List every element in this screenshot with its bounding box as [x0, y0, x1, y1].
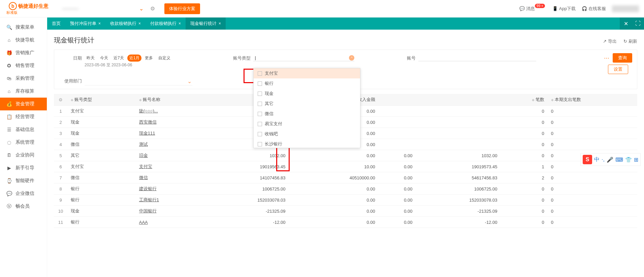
tab[interactable]: 预付冲应付单×	[65, 18, 105, 30]
dropdown-option[interactable]: 收钱吧	[254, 129, 360, 139]
ime-grid-icon[interactable]: ⊞	[634, 157, 638, 163]
sidebar-item-search-menu[interactable]: 🔍搜索菜单	[0, 21, 47, 34]
gear-icon[interactable]: ⚙	[150, 5, 155, 12]
checkbox[interactable]	[258, 142, 262, 146]
account-name-link[interactable]: 中国银行	[139, 208, 157, 213]
sidebar-item-wechat[interactable]: 💬企业微信	[0, 187, 47, 200]
sidebar-item-basic[interactable]: ☰基础信息	[0, 123, 47, 136]
date-chip[interactable]: 近7天	[111, 55, 126, 62]
ime-logo-icon[interactable]: S	[583, 155, 592, 164]
date-chip[interactable]: 昨天	[85, 55, 97, 62]
app-download-link[interactable]: 📱 App下载	[552, 6, 576, 12]
ime-keyboard-icon[interactable]: ⌨	[615, 157, 623, 163]
msg-badge: 99 +	[535, 4, 545, 8]
guide-icon: ▶	[6, 165, 12, 171]
dropdown-option[interactable]: 长沙银行	[254, 139, 360, 148]
date-chip[interactable]: 近1月	[127, 55, 142, 62]
ime-lang[interactable]: 中	[594, 156, 600, 163]
tab-close-all-icon[interactable]: ✕	[620, 18, 632, 30]
tab[interactable]: 首页	[47, 18, 65, 30]
page-title: 现金银行统计	[54, 36, 94, 45]
tab-close-icon[interactable]: ×	[219, 21, 221, 26]
tab-close-icon[interactable]: ×	[179, 21, 181, 26]
phone-icon: 📱	[552, 6, 558, 11]
dropdown-option[interactable]: 银行	[254, 78, 360, 89]
query-button[interactable]: 查询	[613, 53, 632, 63]
sidebar-item-hardware[interactable]: ⌚智能硬件	[0, 174, 47, 187]
online-service-link[interactable]: 🎧 在线客服	[582, 6, 606, 12]
tab[interactable]: 付款核销执行×	[146, 18, 186, 30]
more-icon[interactable]: ⋯	[604, 55, 609, 61]
tab-close-icon[interactable]: ×	[138, 21, 141, 26]
col-hidden1	[379, 94, 416, 106]
hardware-icon: ⌚	[6, 178, 12, 183]
col-count[interactable]: ◆笔数	[501, 94, 547, 106]
account-name-link[interactable]: 西安微信	[139, 119, 157, 125]
refresh-button[interactable]: ↻ 刷新	[623, 38, 637, 44]
col-account-type[interactable]: ◆账号类型	[67, 94, 136, 106]
checkbox[interactable]	[258, 112, 262, 116]
dept-field[interactable]: ⌄	[85, 77, 192, 85]
sidebar-item-quick-nav[interactable]: ⌂快捷导航	[0, 34, 47, 46]
tab[interactable]: 收款核销执行×	[105, 18, 146, 30]
account-name-link[interactable]: 建设银行	[139, 186, 157, 191]
account-type-dropdown[interactable]: 支付宝银行现金其它微信易宝支付收钱吧长沙银行	[253, 68, 360, 148]
dropdown-option[interactable]: 易宝支付	[254, 119, 360, 129]
account-name-link[interactable]: 支付宝	[139, 164, 152, 169]
account-name-link[interactable]: 陡(○○○)...	[139, 108, 158, 113]
account-name-link[interactable]: 工商银行1	[139, 197, 159, 202]
sidebar-item-sales[interactable]: ✪销售管理	[0, 59, 47, 72]
table-row: 9银行工商银行1152033078.030.000.00152033078.03…	[54, 195, 637, 206]
account-name-link[interactable]: 测试	[139, 142, 148, 147]
account-name-link[interactable]: 微信	[139, 175, 148, 180]
marketing-icon: 🎁	[6, 50, 12, 56]
date-chip[interactable]: 自定义	[156, 55, 172, 62]
settings-button[interactable]: 设置	[608, 65, 628, 74]
sidebar-item-collab[interactable]: 🗓企业协同	[0, 149, 47, 162]
org-dropdown-icon[interactable]: ⌄	[139, 5, 143, 12]
checkbox[interactable]	[258, 132, 262, 136]
checkbox[interactable]	[258, 71, 262, 76]
dropdown-option[interactable]: 微信	[254, 109, 360, 119]
ime-punct[interactable]: ·,	[602, 157, 605, 163]
trial-button[interactable]: 体验行业方案	[164, 3, 200, 14]
col-account-name[interactable]: ◆账号名称	[136, 94, 204, 106]
checkbox[interactable]	[258, 81, 262, 86]
messages-link[interactable]: 💬 消息 99 +	[519, 6, 546, 12]
sidebar-item-operation[interactable]: 📋经营管理	[0, 110, 47, 123]
chevron-up-icon[interactable]: ⌃	[349, 55, 354, 61]
tab[interactable]: 现金银行统计×	[186, 18, 226, 30]
ime-skin-icon[interactable]: 👕	[625, 157, 632, 163]
sidebar-item-label: 智能硬件	[15, 178, 34, 184]
sidebar-item-label: 搜索菜单	[15, 24, 34, 30]
col-out-count[interactable]: ◆本期支出笔数	[548, 94, 637, 106]
dropdown-option[interactable]: 其它	[254, 99, 360, 109]
account-name-link[interactable]: 现金111	[139, 131, 155, 136]
account-field[interactable]	[418, 55, 536, 61]
checkbox[interactable]	[258, 122, 262, 126]
table-settings-icon[interactable]: ⚙	[54, 94, 67, 106]
user-avatar[interactable]	[612, 5, 639, 12]
sidebar-item-funds[interactable]: 💰资金管理	[0, 98, 47, 110]
sidebar-item-system[interactable]: ◌系统管理	[0, 136, 47, 149]
date-chip[interactable]: 更多	[143, 55, 155, 62]
dropdown-option[interactable]: 现金	[254, 89, 360, 99]
tab-fullscreen-icon[interactable]: ⛶	[632, 18, 644, 30]
date-chip[interactable]: 今天	[98, 55, 110, 62]
chevron-down-icon[interactable]: ⌄	[187, 78, 192, 84]
export-button[interactable]: ↗ 导出	[603, 38, 617, 44]
sidebar-item-member[interactable]: Ⓥ畅会员	[0, 200, 47, 213]
checkbox[interactable]	[258, 92, 262, 96]
sidebar-item-label: 采购管理	[15, 75, 34, 81]
sidebar-item-purchase[interactable]: 🛍采购管理	[0, 72, 47, 85]
sidebar-item-marketing[interactable]: 🎁营销推广	[0, 46, 47, 59]
sidebar-item-guide[interactable]: ▶新手引导	[0, 162, 47, 174]
account-type-field[interactable]: | ⌃ 支付宝银行现金其它微信易宝支付收钱吧长沙银行	[253, 55, 354, 61]
checkbox[interactable]	[258, 102, 262, 106]
tab-close-icon[interactable]: ×	[98, 21, 101, 26]
ime-mic-icon[interactable]: 🎤	[607, 157, 613, 163]
account-name-link[interactable]: 旧金	[139, 153, 148, 158]
dropdown-option[interactable]: 支付宝	[254, 68, 360, 78]
sidebar-item-inventory[interactable]: ⌂库存核算	[0, 85, 47, 98]
account-name-link[interactable]: AAA	[139, 220, 148, 225]
